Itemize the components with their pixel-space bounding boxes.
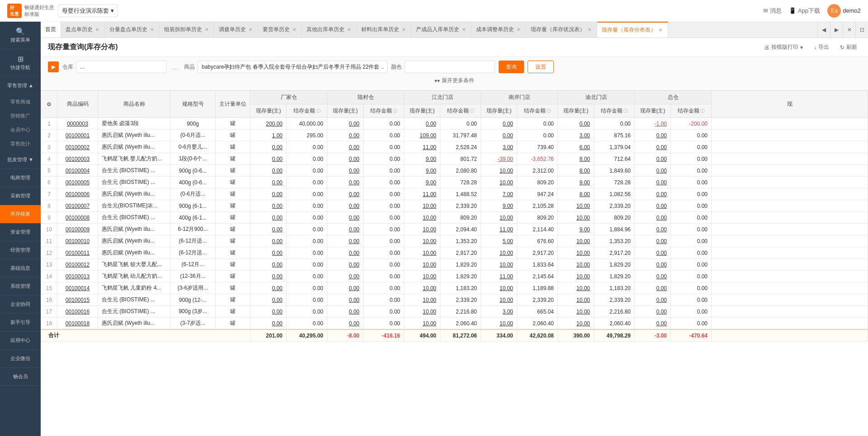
cell-f-qty[interactable]: 0.00 [250,153,287,165]
tab-close-all-btn[interactable]: ✕ [843,22,855,38]
sidebar-item-member2[interactable]: 畅会员 [0,368,41,386]
cell-yb-qty[interactable]: 10.00 [558,294,594,306]
cell-nb-qty[interactable]: 0.00 [481,130,517,141]
tab-prod-in[interactable]: 产成品入库单历史 ✕ [411,22,472,38]
cell-total-qty[interactable]: 0.00 [635,224,671,235]
cell-nb-qty[interactable]: 7.00 [481,188,517,200]
cell-code[interactable]: 00100005 [57,177,98,188]
cell-total-qty[interactable]: 0.00 [635,212,671,224]
cell-code[interactable]: 00100012 [57,259,98,271]
tab-close-stock-list[interactable]: ✕ [94,27,100,33]
info-icon3[interactable]: ⓘ [470,108,474,113]
sidebar-item-nav[interactable]: ⊞ 快捷导航 [0,49,41,77]
cell-f-qty[interactable]: 0.00 [250,141,287,153]
cell-jb-qty[interactable]: 10.00 [404,200,440,212]
cell-nb-qty[interactable]: 10.00 [481,177,517,188]
cell-f-qty[interactable]: 0.00 [250,306,287,318]
cell-jb-qty[interactable]: 10.00 [404,306,440,318]
cell-l-qty[interactable]: 0.00 [327,235,363,247]
th-gear[interactable]: ⚙ [41,91,57,118]
cell-l-qty[interactable]: 0.00 [327,306,363,318]
sidebar-item-purchase[interactable]: 采购管理 [0,187,41,205]
export-btn[interactable]: ↓ 导出 [810,42,833,53]
cell-nb-qty[interactable]: 11.00 [481,271,517,282]
cell-code[interactable]: 00100003 [57,153,98,165]
cell-code[interactable]: 00100008 [57,212,98,224]
sidebar-item-search[interactable]: 🔍 搜索英单 [0,22,41,49]
sidebar-item-wholesale[interactable]: 批发管理 ▼ [0,151,41,169]
info-icon6[interactable]: ⓘ [700,108,705,113]
sidebar-item-inventory[interactable]: 库存核算 [0,205,41,223]
cell-code[interactable]: 00100006 [57,188,98,200]
cell-l-qty[interactable]: 0.00 [327,247,363,259]
sidebar-item-ecommerce[interactable]: 电商管理 [0,169,41,187]
tab-cost-adj[interactable]: 成本调整单历史 ✕ [472,22,526,38]
cell-f-qty[interactable]: 0.00 [250,188,287,200]
cell-f-qty[interactable]: 0.00 [250,247,287,259]
cell-nb-qty[interactable]: 3.00 [481,141,517,153]
sidebar-item-collab[interactable]: 企业协同 [0,295,41,314]
cell-yb-qty[interactable]: 6.00 [558,141,594,153]
cell-code[interactable]: 00100001 [57,130,98,141]
cell-total-qty[interactable]: 0.00 [635,271,671,282]
cell-total-qty[interactable]: 0.00 [635,294,671,306]
cell-total-qty[interactable]: 0.00 [635,200,671,212]
cell-nb-qty[interactable]: 10.00 [481,247,517,259]
filter-toggle-btn[interactable]: ▶ [48,61,59,72]
cell-code[interactable]: 00100009 [57,224,98,235]
cell-f-qty[interactable]: 0.00 [250,224,287,235]
tab-transfer[interactable]: 调拨单历史 ✕ [214,22,258,38]
tab-close-prod-in[interactable]: ✕ [461,27,467,33]
cell-l-qty[interactable]: 0.00 [327,200,363,212]
tab-close-transfer[interactable]: ✕ [248,27,253,33]
tab-home[interactable]: 首页 [41,22,61,38]
tab-combo[interactable]: 组装拆卸单历史 ✕ [160,22,214,38]
tab-inv-status[interactable]: 现存量（库存状况表） ✕ [526,22,597,38]
cell-jb-qty[interactable]: 10.00 [404,318,440,330]
cell-code[interactable]: 00100018 [57,318,98,330]
cell-nb-qty[interactable]: 10.00 [481,294,517,306]
cell-f-qty[interactable]: 200.00 [250,118,287,130]
cell-yb-qty[interactable]: 10.00 [558,318,594,330]
query-btn[interactable]: 查询 [499,61,524,73]
cell-total-qty[interactable]: 0.00 [635,141,671,153]
cell-l-qty[interactable]: 0.00 [327,153,363,165]
cell-yb-qty[interactable]: 8.00 [558,165,594,177]
sidebar-item-finance[interactable]: 资金管理 [0,223,41,241]
user-area[interactable]: Ea demo2 [827,4,861,18]
cell-jb-qty[interactable]: 10.00 [404,271,440,282]
expand-conditions-btn[interactable]: ▾▾ 展开更多条件 [431,75,478,86]
cell-code[interactable]: 00100004 [57,165,98,177]
cell-code[interactable]: 00100014 [57,282,98,294]
cell-l-qty[interactable]: 0.00 [327,318,363,330]
cell-jb-qty[interactable]: 9.00 [404,177,440,188]
cell-f-qty[interactable]: 0.00 [250,212,287,224]
cell-jb-qty[interactable]: 10.00 [404,282,440,294]
cell-f-qty[interactable]: 0.00 [250,177,287,188]
sidebar-item-apps[interactable]: 应用中心 [0,332,41,350]
cell-nb-qty[interactable]: 10.00 [481,259,517,271]
cell-nb-qty[interactable]: 10.00 [481,165,517,177]
cell-jb-qty[interactable]: 10.00 [404,247,440,259]
cell-f-qty[interactable]: 0.00 [250,259,287,271]
cell-total-qty[interactable]: 0.00 [635,235,671,247]
color-input[interactable] [405,61,495,73]
cell-total-qty[interactable]: 0.00 [635,306,671,318]
tab-close-stock-sub[interactable]: ✕ [149,27,155,33]
cell-total-qty[interactable]: 0.00 [635,318,671,330]
cell-code[interactable]: 00100011 [57,247,98,259]
sidebar-item-marketing[interactable]: 营销推广 [0,109,41,123]
sidebar-item-retail[interactable]: 零售管理 ▲ [0,77,41,95]
cell-jb-qty[interactable]: 10.00 [404,259,440,271]
ellipsis-btn[interactable]: ... [170,62,180,72]
cell-l-qty[interactable]: 0.00 [327,177,363,188]
message-btn[interactable]: ✉ 消息 [763,7,782,15]
cell-f-qty[interactable]: 0.00 [250,200,287,212]
cell-nb-qty[interactable]: 5.00 [481,235,517,247]
tab-close-req[interactable]: ✕ [292,27,297,33]
cell-l-qty[interactable]: 0.00 [327,165,363,177]
cell-f-qty[interactable]: 0.00 [250,271,287,282]
cell-jb-qty[interactable]: 0.00 [404,118,440,130]
cell-code[interactable]: 00100007 [57,200,98,212]
tab-prev-btn[interactable]: ◀ [817,22,830,38]
